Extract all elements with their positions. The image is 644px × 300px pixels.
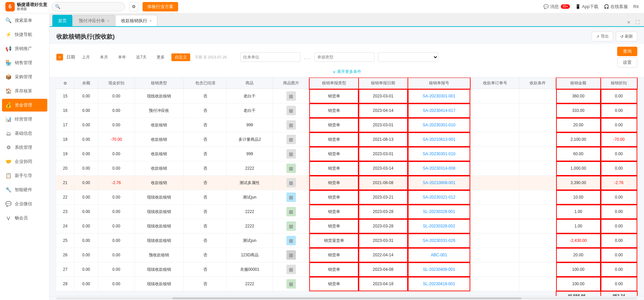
export-button[interactable]: ↗ 导出 [592,32,613,41]
cell-seq: 27 [56,262,74,277]
cell-balance: 0.00 [74,147,98,161]
this-month-tag[interactable]: 本月 [97,53,111,61]
settings-button[interactable]: ⚙ [129,2,139,11]
filter-dots: ... [304,54,311,61]
app-download-button[interactable]: 📱 App下载 [575,4,598,10]
bill-report-no-link[interactable]: SL-20230328-001 [423,209,455,214]
sidebar-item-search[interactable]: 🔍 搜索菜单 [0,13,49,28]
cell-goods: 123D商品 [226,248,273,262]
sidebar-item-sales[interactable]: 🏪 销售管理 [0,56,49,70]
set-button[interactable]: 设置 [617,57,637,68]
sidebar-item-smart-hw[interactable]: 🔧 智能硬件 [0,183,49,197]
sidebar-item-purchase[interactable]: 📦 采购管理 [0,70,49,84]
cell-writeoff-type: 预付冲应收 [135,103,184,118]
tab-prepay[interactable]: 预付冲应付单 × [73,15,115,26]
cell-include-settled: 否 [184,190,227,205]
messages-button[interactable]: 💬 消息 99+ [543,4,570,10]
cell-writeoff-discount: -2.76 [601,176,637,190]
bill-report-no-link[interactable]: SA-20230331-026 [423,238,455,243]
sidebar-item-enterprise[interactable]: 🤝 企业协同 [0,155,49,169]
bill-report-no-link[interactable]: SL-20230418-001 [423,282,455,286]
cell-bill-report-no: ABC-001 [408,248,471,262]
cell-bill-report-type: 销货单 [309,190,359,205]
cell-bill-report-no: SL-20230408-001 [408,262,471,277]
tab-home[interactable]: 首页 [52,15,72,26]
expand-button[interactable]: ∨ 展开更多条件 [333,69,361,75]
tab-collection-close[interactable]: × [149,19,151,23]
guide-icon: 📋 [5,173,11,179]
bill-report-no-link[interactable]: SA-20230301-010 [423,152,455,156]
sidebar-item-sys-mgmt[interactable]: ⚙ 系统管理 [0,140,49,155]
cell-goods-img: ▦ [273,248,310,262]
bill-type-select[interactable] [378,52,438,62]
bill-report-no-link[interactable]: SA-20210813-001 [423,137,455,142]
last-month-tag[interactable]: 上月 [78,53,93,61]
cell-writeoff-type: 收款核销 [135,147,184,161]
sidebar-item-weixin[interactable]: 💬 企业微信 [0,197,49,211]
filter-collapse-btn[interactable]: » [56,54,63,60]
custom-tag[interactable]: 自定义 [171,53,190,61]
cell-bill-report-type: 销货单 [309,277,359,291]
cell-seq: 15 [56,89,74,103]
sidebar-item-guide[interactable]: 📋 新手引导 [0,169,49,183]
bill-report-no-link[interactable]: SA-20210808-001 [423,180,455,185]
query-button[interactable]: 查询 [617,47,637,56]
message-icon: 💬 [543,4,549,9]
date-hint: 不限 至 2023-07-26 [195,55,227,60]
expand-row: ∨ 展开更多条件 [56,68,637,75]
bill-type-input[interactable] [314,52,375,62]
date-filter-label: 日期 [66,54,75,60]
close-window-button[interactable]: ✕ [625,18,633,26]
cell-writeoff-amount: 60.00 [556,147,601,161]
cell-writeoff-type: 现续收款核销 [135,233,184,248]
refresh-button[interactable]: ↺ 刷新 [616,32,637,41]
sidebar-item-finance[interactable]: 💰 资金管理 [2,99,47,112]
col-bill-report-no: 核销单报号 [408,78,471,89]
bill-report-no-link[interactable]: SA-20230301-010 [423,123,455,127]
cell-writeoff-amount: 1.00 [556,205,601,219]
scrollbar-thumb[interactable] [172,297,521,299]
cell-collection-condition [520,89,556,103]
col-settings[interactable]: ⚙ [56,78,74,89]
table-row: 17 0.00 0.00 收款核销 否 999 ▦ 销货单 2023-03-01… [56,118,637,132]
cell-balance: 0.00 [74,277,98,291]
table-row: 24 0.00 0.00 现续收款核销 否 2222 ▦ 销货单 2023-03… [56,219,637,233]
tab-collection[interactable]: 收款核销执行 × [115,15,157,26]
sidebar-item-quick-nav[interactable]: ⚡ 快捷导航 [0,28,49,42]
chevron-down-icon: ∨ [333,70,336,74]
bill-report-no-link[interactable]: ABC-001 [431,253,447,257]
cell-writeoff-type: 现续收款核销 [135,190,184,205]
page-content: 收款核销执行(按收款) ↗ 导出 ↺ 刷新 » 日期 上月 [50,27,644,300]
cell-goods-img: ▦ [273,147,310,161]
main-area: 首页 预付冲应付单 × 收款核销执行 × ✕ ⛶ 收款核销执行(按收款) ↗ [50,13,644,300]
cell-goods-img: ▦ [273,132,310,147]
more-tag[interactable]: 更多 [153,53,168,61]
online-service-button[interactable]: 🎧 在线客服 [604,4,628,10]
bill-report-no-link[interactable]: SA-20230414-017 [423,108,455,113]
cell-include-settled: 否 [184,132,227,147]
sidebar-item-marketing[interactable]: 📢 营销推广 [0,42,49,56]
this-year-tag[interactable]: 本年 [115,53,129,61]
cell-bill-report-no: SL-20230328-002 [408,219,471,233]
cell-include-settled: 否 [184,277,227,291]
sidebar-item-inventory[interactable]: 🏠 库存核算 [0,84,49,98]
last7days-tag[interactable]: 近7天 [133,53,150,61]
maximize-window-button[interactable]: ⛶ [633,18,641,26]
bill-report-no-link[interactable]: SA-20230314-008 [423,166,455,171]
sidebar-item-operations[interactable]: 📊 经营管理 [0,112,49,126]
user-profile[interactable]: Rit [633,4,639,9]
partner-input[interactable] [240,52,301,62]
horizontal-scrollbar[interactable] [56,297,637,299]
cell-include-settled: 否 [184,118,227,132]
cell-writeoff-amount: 100.00 [556,262,601,277]
cell-goods: 999 [226,118,273,132]
tab-prepay-close[interactable]: × [107,19,109,23]
sidebar-item-base-info[interactable]: 🗂 基础信息 [0,126,49,140]
bill-report-no-link[interactable]: SA-20230301-001 [423,94,455,98]
table-row: 28 0.00 0.00 现续收款核销 否 2222 ▦ 销货单 2023-04… [56,277,637,291]
bill-report-no-link[interactable]: SL-20230408-001 [423,267,455,272]
sidebar-item-member[interactable]: V 畅会员 [0,211,49,225]
bill-report-no-link[interactable]: SL-20230328-002 [423,224,455,228]
industry-solution-button[interactable]: 体验行业方案 [143,2,178,11]
bill-report-no-link[interactable]: SA-20230321-012 [423,195,455,200]
